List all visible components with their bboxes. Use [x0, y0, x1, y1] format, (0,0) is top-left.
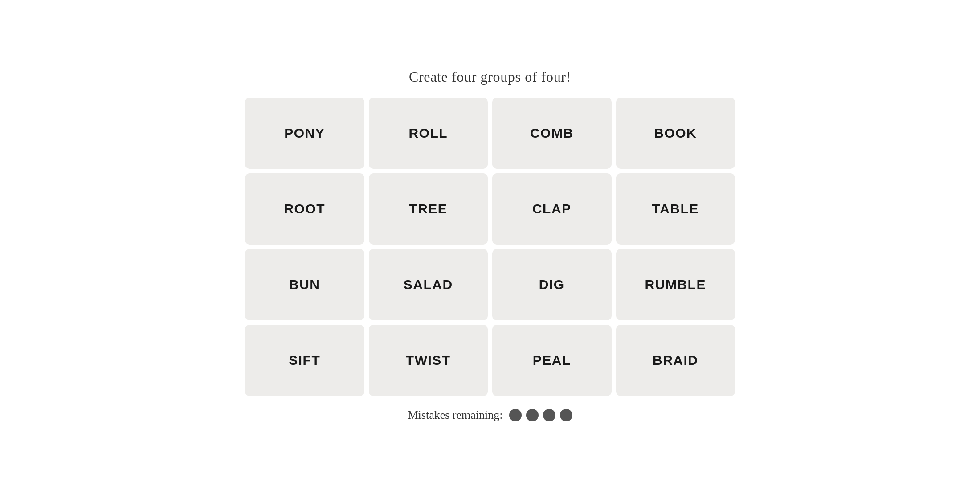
mistake-dot-3 — [543, 409, 555, 421]
tile-peal[interactable]: PEAL — [492, 325, 612, 396]
mistake-dot-4 — [560, 409, 572, 421]
instructions-text: Create four groups of four! — [409, 69, 571, 85]
word-grid: PONYROLLCOMBBOOKROOTTREECLAPTABLEBUNSALA… — [245, 98, 735, 396]
tile-label-roll: ROLL — [408, 126, 448, 141]
mistake-dot-2 — [526, 409, 539, 421]
tile-clap[interactable]: CLAP — [492, 173, 612, 245]
tile-pony[interactable]: PONY — [245, 98, 364, 169]
tile-label-clap: CLAP — [532, 201, 572, 216]
mistakes-row: Mistakes remaining: — [408, 408, 572, 422]
tile-book[interactable]: BOOK — [616, 98, 735, 169]
tile-twist[interactable]: TWIST — [369, 325, 488, 396]
tile-sift[interactable]: SIFT — [245, 325, 364, 396]
mistake-dot-1 — [509, 409, 522, 421]
tile-label-tree: TREE — [409, 201, 447, 216]
tile-braid[interactable]: BRAID — [616, 325, 735, 396]
tile-label-salad: SALAD — [404, 277, 453, 292]
tile-tree[interactable]: TREE — [369, 173, 488, 245]
tile-label-table: TABLE — [652, 201, 699, 216]
tile-comb[interactable]: COMB — [492, 98, 612, 169]
tile-label-braid: BRAID — [653, 353, 698, 368]
tile-label-root: ROOT — [284, 201, 325, 216]
tile-bun[interactable]: BUN — [245, 249, 364, 320]
tile-label-dig: DIG — [539, 277, 565, 292]
mistakes-dots — [509, 409, 572, 421]
tile-rumble[interactable]: RUMBLE — [616, 249, 735, 320]
tile-roll[interactable]: ROLL — [369, 98, 488, 169]
tile-label-peal: PEAL — [533, 353, 571, 368]
tile-label-bun: BUN — [289, 277, 320, 292]
tile-label-comb: COMB — [530, 126, 574, 141]
tile-salad[interactable]: SALAD — [369, 249, 488, 320]
tile-label-rumble: RUMBLE — [645, 277, 706, 292]
mistakes-label: Mistakes remaining: — [408, 408, 502, 422]
tile-label-twist: TWIST — [406, 353, 451, 368]
tile-dig[interactable]: DIG — [492, 249, 612, 320]
tile-root[interactable]: ROOT — [245, 173, 364, 245]
tile-label-book: BOOK — [654, 126, 697, 141]
tile-label-pony: PONY — [284, 126, 325, 141]
game-container: Create four groups of four! PONYROLLCOMB… — [245, 69, 735, 422]
tile-table[interactable]: TABLE — [616, 173, 735, 245]
tile-label-sift: SIFT — [289, 353, 320, 368]
